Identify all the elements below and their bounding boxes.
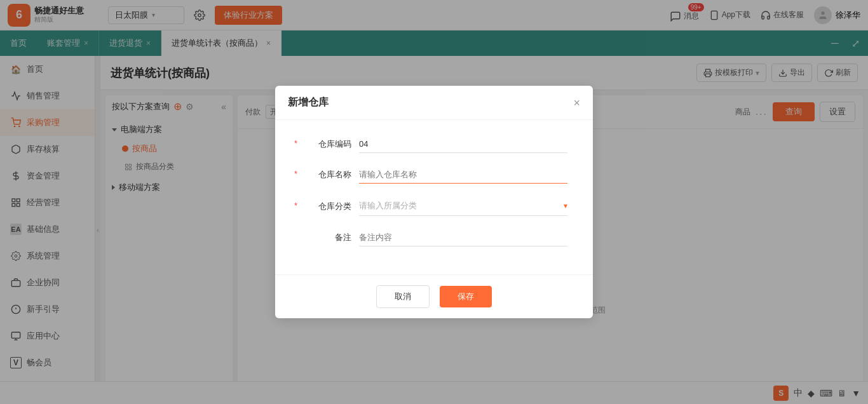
warehouse-code-row: 仓库编码 [301,135,567,153]
warehouse-name-input[interactable] [359,166,567,184]
warehouse-category-select[interactable]: 请输入所属分类 ▾ [359,196,567,216]
warehouse-category-row: 仓库分类 请输入所属分类 ▾ [301,196,567,216]
modal-close-button[interactable]: × [573,97,580,109]
warehouse-note-input[interactable] [359,229,567,246]
warehouse-category-placeholder: 请输入所属分类 [359,200,417,212]
warehouse-note-label: 备注 [301,232,351,243]
new-warehouse-modal: 新增仓库 × 仓库编码 仓库名称 仓库分类 请输入所属分类 ▾ [275,86,593,318]
modal-body: 仓库编码 仓库名称 仓库分类 请输入所属分类 ▾ 备注 [275,120,593,274]
save-button[interactable]: 保存 [440,286,492,307]
category-dropdown-icon: ▾ [564,201,567,210]
warehouse-note-row: 备注 [301,229,567,246]
modal-footer: 取消 保存 [275,274,593,318]
cancel-button[interactable]: 取消 [376,285,430,308]
warehouse-name-row: 仓库名称 [301,166,567,184]
modal-header: 新增仓库 × [275,86,593,120]
warehouse-code-input[interactable] [359,135,567,153]
modal-overlay[interactable]: 新增仓库 × 仓库编码 仓库名称 仓库分类 请输入所属分类 ▾ [0,0,868,404]
warehouse-category-label: 仓库分类 [301,201,351,212]
warehouse-name-label: 仓库名称 [301,169,351,180]
modal-title: 新增仓库 [288,96,329,109]
warehouse-code-label: 仓库编码 [301,138,351,150]
